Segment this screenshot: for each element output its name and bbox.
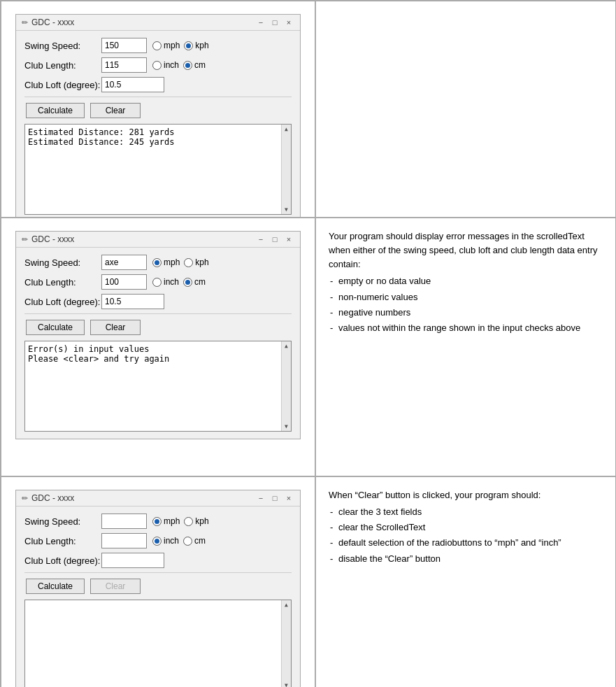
length-cm-dot-2 [183,278,192,287]
length-radio-group-2: inch cm [152,277,206,287]
scroll-up-arrow-1[interactable]: ▲ [283,125,289,134]
length-inch-radio-3[interactable]: inch [152,536,179,546]
club-length-row-2: Club Length: inch cm [24,274,292,290]
length-cm-dot-3 [183,537,192,546]
calculate-button-2[interactable]: Calculate [26,320,85,335]
speed-mph-radio-2[interactable]: mph [152,257,180,267]
club-length-input-1[interactable] [101,57,147,73]
speed-kph-radio-2[interactable]: kph [184,257,208,267]
club-loft-input-2[interactable] [101,294,164,309]
scroll-content-2: Error(s) in input values Please <clear> … [28,344,278,364]
window3-title: GDC - xxxx [31,493,74,503]
separator-1 [24,97,292,97]
scroll-down-arrow-1[interactable]: ▼ [283,205,289,214]
scrollbar-2[interactable]: ▲ ▼ [281,341,291,431]
swing-speed-row-3: Swing Speed: mph kph [24,514,292,529]
info-panel-1 [316,1,616,24]
club-length-input-3[interactable] [101,533,147,548]
calculate-button-1[interactable]: Calculate [26,103,85,118]
minimize-button-1[interactable]: − [255,17,266,27]
speed-mph-radio-3[interactable]: mph [152,516,180,526]
close-button-2[interactable]: × [283,234,294,244]
info-panel-3: When “Clear” button is clicked, your pro… [316,477,616,579]
scroll-down-arrow-3[interactable]: ▼ [283,681,289,687]
club-length-input-2[interactable] [101,274,147,290]
speed-mph-radio-1[interactable]: mph [152,41,180,50]
scroll-area-1: Estimated Distance: 281 yards Estimated … [24,124,292,215]
scrollbar-3[interactable]: ▲ ▼ [281,600,291,687]
clear-button-2[interactable]: Clear [90,320,141,335]
speed-kph-radio-3[interactable]: kph [184,516,208,526]
info2-item-3: values not within the range shown in the… [329,321,603,335]
scroll-up-arrow-3[interactable]: ▲ [283,600,289,609]
speed-mph-dot-2 [152,258,162,267]
length-cm-radio-2[interactable]: cm [183,277,206,287]
club-loft-input-3[interactable] [101,553,164,568]
swing-speed-input-3[interactable] [101,514,147,529]
calculate-button-3[interactable]: Calculate [26,579,85,594]
clear-button-1[interactable]: Clear [90,103,141,118]
swing-speed-row-2: Swing Speed: mph kph [24,255,292,270]
speed-mph-dot-1 [152,41,162,50]
info2-item-0: empty or no data value [329,274,603,288]
length-inch-radio-1[interactable]: inch [152,60,179,70]
window2-body: Swing Speed: mph kph Club Length: [16,248,300,439]
minimize-button-3[interactable]: − [255,493,266,503]
window1: ✏ GDC - xxxx − □ × Swing Speed: mph [15,14,301,218]
length-inch-radio-2[interactable]: inch [152,277,179,287]
pencil-icon-2: ✏ [22,235,28,244]
speed-kph-label-3: kph [195,516,208,526]
window2: ✏ GDC - xxxx − □ × Swing Speed: mph [15,231,301,439]
club-loft-label-3: Club Loft (degree): [24,555,101,566]
output-line-1b: Estimated Distance: 245 yards [28,137,278,147]
scroll-area-2: Error(s) in input values Please <clear> … [24,341,292,432]
maximize-button-3[interactable]: □ [269,493,280,503]
close-button-1[interactable]: × [283,17,294,27]
window3: ✏ GDC - xxxx − □ × Swing Speed: mph [15,490,301,687]
info2-list: empty or no data value non-numeric value… [329,274,603,335]
length-inch-dot-3 [152,537,162,546]
club-loft-label-2: Club Loft (degree): [24,297,101,307]
length-cm-label-2: cm [194,277,206,287]
window3-body: Swing Speed: mph kph Club Length: [16,507,300,687]
output-line-1a: Estimated Distance: 281 yards [28,127,278,137]
swing-speed-input-1[interactable] [101,38,147,53]
window2-title: GDC - xxxx [31,234,74,244]
scroll-down-arrow-2[interactable]: ▼ [283,422,289,431]
speed-mph-label-3: mph [164,516,180,526]
cell-window2: ✏ GDC - xxxx − □ × Swing Speed: mph [1,218,315,476]
speed-mph-label-2: mph [164,257,180,267]
speed-radio-group-3: mph kph [152,516,209,526]
maximize-button-1[interactable]: □ [269,17,280,27]
minimize-button-2[interactable]: − [255,234,266,244]
swing-speed-label-1: Swing Speed: [24,41,101,51]
window1-body: Swing Speed: mph kph Club Length: [16,31,300,218]
maximize-button-2[interactable]: □ [269,234,280,244]
window2-titlebar: ✏ GDC - xxxx − □ × [16,232,300,248]
pencil-icon: ✏ [22,18,28,27]
club-length-label-1: Club Length: [24,60,101,71]
cell-window3: ✏ GDC - xxxx − □ × Swing Speed: mph [1,476,315,687]
length-cm-radio-3[interactable]: cm [183,536,206,546]
cell-window1: ✏ GDC - xxxx − □ × Swing Speed: mph [1,1,315,218]
scroll-content-1: Estimated Distance: 281 yards Estimated … [28,127,278,147]
length-cm-radio-1[interactable]: cm [183,60,206,70]
swing-speed-row-1: Swing Speed: mph kph [24,38,292,53]
scrollbar-1[interactable]: ▲ ▼ [281,125,291,214]
speed-kph-dot-2 [184,258,193,267]
club-length-label-2: Club Length: [24,277,101,288]
swing-speed-input-2[interactable] [101,255,147,270]
length-cm-label-3: cm [194,536,206,546]
speed-mph-label-1: mph [164,41,180,50]
speed-kph-radio-1[interactable]: kph [184,41,208,50]
info3-item-3: disable the “Clear” button [329,552,603,566]
info3-item-2: default selection of the radiobuttons to… [329,536,603,550]
cell-info3: When “Clear” button is clicked, your pro… [315,476,616,687]
output-line-2a: Error(s) in input values [28,344,278,354]
length-inch-label-1: inch [164,60,179,70]
scroll-up-arrow-2[interactable]: ▲ [283,341,289,350]
close-button-3[interactable]: × [283,493,294,503]
button-row-2: Calculate Clear [24,320,292,335]
club-loft-input-1[interactable] [101,77,164,92]
club-loft-row-2: Club Loft (degree): [24,294,292,309]
